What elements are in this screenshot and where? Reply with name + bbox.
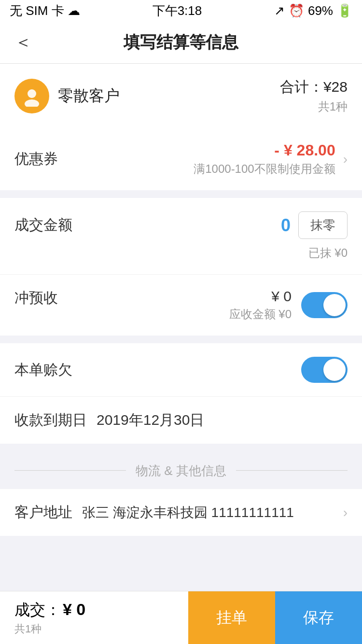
coupon-amount: - ¥ 28.00 bbox=[194, 141, 335, 159]
back-button[interactable]: ＜ bbox=[14, 30, 32, 54]
advance-toggle[interactable] bbox=[301, 292, 348, 318]
page-title: 填写结算等信息 bbox=[124, 31, 238, 54]
debt-row: 本单赊欠 bbox=[0, 343, 362, 396]
debt-section: 本单赊欠 收款到期日 2019年12月30日 bbox=[0, 343, 362, 444]
round-zero-button[interactable]: 抹零 bbox=[298, 211, 348, 239]
customer-avatar bbox=[14, 79, 49, 113]
logistics-divider: 物流 & 其他信息 bbox=[0, 451, 362, 489]
address-label: 客户地址 bbox=[14, 503, 72, 522]
advance-group: ¥ 0 应收金额 ¥0 bbox=[229, 288, 292, 322]
location-icon: ↗ bbox=[274, 3, 285, 18]
debt-toggle[interactable] bbox=[301, 357, 348, 383]
coupon-row[interactable]: 优惠券 - ¥ 28.00 满1000-100不限制使用金额 › bbox=[0, 128, 362, 190]
address-chevron: › bbox=[343, 505, 348, 520]
svg-point-1 bbox=[25, 99, 39, 107]
due-date-row: 收款到期日 2019年12月30日 bbox=[0, 396, 362, 444]
debt-toggle-knob bbox=[323, 359, 346, 381]
summary-label: 成交： bbox=[14, 600, 61, 621]
deal-amount-label: 成交金额 bbox=[14, 215, 72, 235]
bottom-bar: 成交： ¥ 0 共1种 挂单 保存 bbox=[0, 591, 362, 644]
content-area: 零散客户 合计：¥28 共1种 优惠券 - ¥ 28.00 满1000-100不… bbox=[0, 64, 362, 602]
advance-receivable: 应收金额 ¥0 bbox=[229, 307, 292, 322]
summary-amount: ¥ 0 bbox=[63, 600, 85, 619]
deal-amount-value: 0 bbox=[281, 215, 291, 236]
svg-point-0 bbox=[28, 89, 36, 98]
customer-total: 合计：¥28 bbox=[280, 77, 348, 97]
battery-label: 69% bbox=[308, 3, 333, 18]
advance-toggle-knob bbox=[323, 294, 346, 316]
advance-amount: ¥ 0 bbox=[229, 288, 292, 305]
advance-label: 冲预收 bbox=[14, 288, 72, 308]
status-right: ↗ ⏰ 69% 🔋 bbox=[274, 3, 352, 18]
coupon-chevron: › bbox=[343, 152, 348, 167]
due-date-value: 2019年12月30日 bbox=[97, 410, 204, 430]
coupon-value-right: - ¥ 28.00 满1000-100不限制使用金额 › bbox=[72, 141, 348, 177]
coupon-label: 优惠券 bbox=[14, 149, 72, 169]
coupon-value: - ¥ 28.00 满1000-100不限制使用金额 bbox=[194, 141, 335, 177]
deal-amount-row: 成交金额 0 抹零 已抹 ¥0 bbox=[0, 198, 362, 275]
coupon-section: 优惠券 - ¥ 28.00 满1000-100不限制使用金额 › bbox=[0, 128, 362, 190]
status-time: 下午3:18 bbox=[153, 2, 202, 19]
battery-icon: 🔋 bbox=[337, 3, 352, 18]
status-left: 无 SIM 卡 ☁ bbox=[10, 2, 80, 19]
alarm-icon: ⏰ bbox=[289, 3, 304, 18]
customer-right: 合计：¥28 共1种 bbox=[280, 77, 348, 114]
already-rounded-label: 已抹 ¥0 bbox=[308, 246, 348, 259]
nav-bar: ＜ 填写结算等信息 bbox=[0, 21, 362, 64]
status-bar: 无 SIM 卡 ☁ 下午3:18 ↗ ⏰ 69% 🔋 bbox=[0, 0, 362, 21]
customer-card: 零散客户 合计：¥28 共1种 bbox=[0, 64, 362, 128]
bottom-summary: 成交： ¥ 0 共1种 bbox=[0, 591, 188, 644]
customer-left: 零散客户 bbox=[14, 79, 120, 113]
save-button[interactable]: 保存 bbox=[275, 591, 362, 644]
due-date-label: 收款到期日 bbox=[14, 410, 87, 430]
summary-top: 成交： ¥ 0 bbox=[14, 600, 174, 621]
advance-row: 冲预收 ¥ 0 应收金额 ¥0 bbox=[0, 275, 362, 336]
customer-name: 零散客户 bbox=[58, 85, 120, 107]
hold-button[interactable]: 挂单 bbox=[188, 591, 275, 644]
summary-count: 共1种 bbox=[14, 622, 174, 636]
divider-text: 物流 & 其他信息 bbox=[126, 462, 236, 479]
customer-count: 共1种 bbox=[280, 99, 348, 114]
address-value: 张三 海淀永丰科技园 11111111111 bbox=[82, 504, 343, 522]
coupon-desc: 满1000-100不限制使用金额 bbox=[194, 161, 335, 177]
debt-label: 本单赊欠 bbox=[14, 360, 72, 380]
sim-wifi-label: 无 SIM 卡 ☁ bbox=[10, 2, 80, 19]
address-row[interactable]: 客户地址 张三 海淀永丰科技园 11111111111 › bbox=[0, 489, 362, 536]
logistics-section: 客户地址 张三 海淀永丰科技园 11111111111 › bbox=[0, 489, 362, 536]
deal-section: 成交金额 0 抹零 已抹 ¥0 冲预收 ¥ 0 应收金额 ¥0 bbox=[0, 198, 362, 336]
